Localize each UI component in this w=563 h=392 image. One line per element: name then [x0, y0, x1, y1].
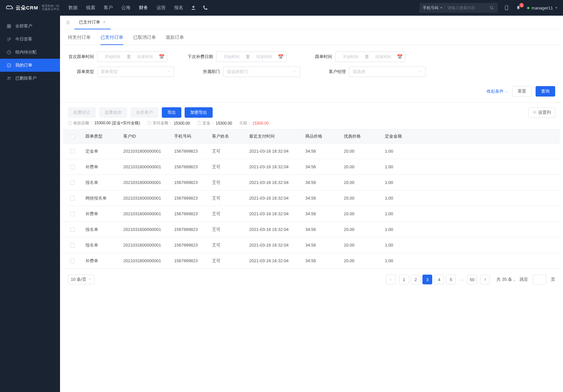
sidebar-item[interactable]: 我的订单 [0, 59, 60, 72]
cell-type: 定金单 [82, 148, 123, 154]
search-type[interactable]: 手机号码 [423, 5, 438, 11]
sidebar-item[interactable]: 组内待分配 [0, 46, 60, 59]
jump-input[interactable] [533, 275, 546, 284]
tabs-bar: 已支付订单 ✕ [60, 16, 563, 29]
select-all-checkbox[interactable] [70, 134, 75, 139]
menu-toggle-icon[interactable] [63, 18, 72, 27]
prev-page-button[interactable] [386, 275, 396, 284]
subtab[interactable]: 已取消订单 [133, 35, 156, 45]
cell-discount: 20.00 [344, 211, 385, 216]
close-icon[interactable]: ✕ [103, 20, 106, 24]
total-value: 15300.00 (定金+实付金额) [94, 120, 140, 126]
date-range[interactable]: 至 📅 [216, 52, 286, 62]
page-number[interactable]: 1 [399, 275, 409, 284]
filter-label: 所属部门 [194, 69, 220, 75]
row-checkbox[interactable] [70, 227, 75, 232]
nav-item[interactable]: 财务 [139, 5, 148, 11]
nav-item[interactable]: 公海 [121, 5, 130, 11]
nav-item[interactable]: 客户 [104, 5, 113, 11]
column-settings-button[interactable]: 设置列 [528, 107, 555, 118]
brand-sub-2: 式服务云平台 [42, 8, 59, 11]
subtab[interactable]: 已支付订单 [100, 35, 123, 45]
cell-name: 王可 [212, 258, 249, 264]
row-checkbox[interactable] [70, 165, 75, 169]
date-range[interactable]: 至 📅 [97, 52, 167, 62]
tab-paid-orders[interactable]: 已支付订单 ✕ [74, 16, 111, 29]
mobile-icon[interactable] [504, 5, 510, 11]
table-row[interactable]: 报名单20210316000000011567899823王可2021-03-1… [63, 175, 560, 190]
cell-name: 王可 [212, 227, 249, 233]
page-size-select[interactable]: 10 条/页 ﹀ [68, 275, 95, 284]
export-button[interactable]: 导出 [162, 107, 181, 118]
paid-amount: ? 实付金额： 15300.00 [147, 120, 190, 126]
bell-icon[interactable]: 5 [515, 5, 521, 11]
total-label: 实付金额： [153, 120, 172, 126]
table-row[interactable]: 报名单20210316000000011567899823王可2021-03-1… [63, 222, 560, 237]
col-id: 客户ID [123, 133, 174, 139]
svg-point-4 [507, 9, 507, 9]
row-checkbox[interactable] [70, 259, 75, 263]
sidebar-item[interactable]: 今日首客 [0, 33, 60, 46]
table-row[interactable]: 补费单20210316000000011567899823王可2021-03-1… [63, 206, 560, 222]
page-number[interactable]: 3 [422, 275, 432, 284]
search-box[interactable]: 手机号码 ▼ [419, 3, 498, 13]
search-icon[interactable] [489, 5, 495, 11]
date-range[interactable]: 至 📅 [335, 52, 405, 62]
col-discount: 优惠价格 [344, 133, 385, 139]
table-row[interactable]: 补费单20210316000000011567899823王可2021-03-1… [63, 253, 560, 269]
subtab[interactable]: 退款订单 [166, 35, 184, 45]
svg-point-1 [490, 6, 493, 9]
orders-table: 跟单类型 客户ID 手机号码 客户姓名 最近支付时间 商品价格 优惠价格 定金金… [63, 129, 560, 269]
reset-button[interactable]: 重置 [512, 86, 532, 97]
dept-select[interactable]: 请选择部门 ﹀ [223, 67, 300, 77]
info-icon: ? [147, 121, 151, 125]
query-button[interactable]: 查询 [536, 86, 555, 97]
chevron-down-icon: ﹀ [293, 69, 297, 74]
nav-item[interactable]: 线索 [86, 5, 95, 11]
nav-item[interactable]: 报名 [174, 5, 183, 11]
table-row[interactable]: 补费单20210316000000011567899823王可2021-03-1… [63, 159, 560, 175]
svg-line-2 [492, 8, 493, 9]
sidebar-icon [7, 37, 11, 42]
manager-select[interactable]: 请选择 ﹀ [349, 67, 426, 77]
user-icon[interactable] [190, 5, 196, 11]
start-date-input[interactable] [338, 54, 363, 59]
chevron-down-icon: ﹀ [88, 277, 92, 282]
calendar-icon: 📅 [159, 54, 164, 59]
end-date-input[interactable] [133, 54, 158, 59]
start-date-input[interactable] [100, 54, 125, 59]
batch-abandon-button[interactable]: 批量放弃 [99, 107, 127, 118]
nav-item[interactable]: 数据 [68, 5, 78, 11]
row-checkbox[interactable] [70, 243, 75, 248]
sidebar-item[interactable]: 已删除客户 [0, 72, 60, 85]
table-row[interactable]: 网校报名单20210316000000011567899823王可2021-03… [63, 190, 560, 206]
page-number[interactable]: 5 [446, 275, 456, 284]
search-input[interactable] [448, 6, 487, 10]
page-number[interactable]: 2 [411, 275, 420, 284]
batch-transfer-button[interactable]: 批量转让 [68, 107, 96, 118]
filter-label: 客户经理 [320, 69, 346, 75]
table-row[interactable]: 报名单20210316000000011567899823王可2021-03-1… [63, 237, 560, 253]
next-page-button[interactable] [480, 275, 490, 284]
row-checkbox[interactable] [70, 212, 75, 216]
end-date-input[interactable] [371, 54, 396, 59]
cell-deposit: 1.00 [385, 258, 560, 263]
sidebar-item[interactable]: 全部客户 [0, 20, 60, 33]
phone-icon[interactable] [202, 5, 208, 11]
page-last[interactable]: 50 [467, 275, 477, 284]
user-menu[interactable]: manager11 ▼ [527, 6, 558, 10]
nav-item[interactable]: 运营 [157, 5, 166, 11]
start-date-input[interactable] [219, 54, 244, 59]
encrypted-export-button[interactable]: 加密导出 [185, 107, 213, 118]
collapse-filters[interactable]: 收起条件 ︿ [487, 88, 508, 94]
row-checkbox[interactable] [70, 149, 75, 154]
table-row[interactable]: 定金单20210316000000011567899823王可2021-03-1… [63, 143, 560, 159]
row-checkbox[interactable] [70, 180, 75, 185]
end-date-input[interactable] [252, 54, 277, 59]
merge-button[interactable]: 合并客户 [130, 107, 159, 118]
page-number[interactable]: 4 [434, 275, 444, 284]
subtab[interactable]: 待支付订单 [68, 35, 91, 45]
type-select[interactable]: 跟单类型 ﹀ [97, 67, 174, 77]
cell-price: 34.56 [305, 180, 344, 185]
row-checkbox[interactable] [70, 196, 75, 201]
